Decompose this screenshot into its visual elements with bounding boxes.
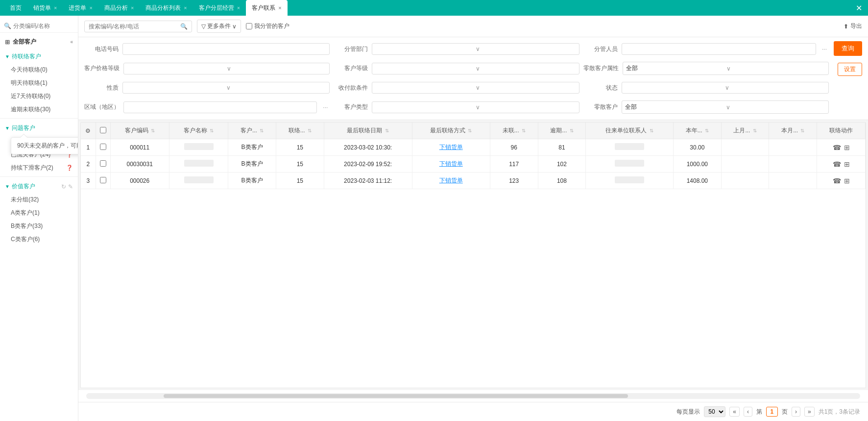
- close-icon[interactable]: ×: [237, 5, 240, 11]
- more-actions-icon[interactable]: ⊞: [844, 160, 850, 168]
- table-settings-header[interactable]: ⚙: [81, 123, 96, 139]
- search-input[interactable]: [89, 23, 180, 30]
- setting-button[interactable]: 设置: [838, 63, 862, 76]
- row-last-month: [721, 139, 769, 156]
- row-last-method[interactable]: 下销货单: [412, 173, 490, 189]
- tab-customer-contact[interactable]: 客户联系 ×: [246, 0, 287, 16]
- last-method-link[interactable]: 下销货单: [439, 144, 463, 150]
- sidebar-item-overdue[interactable]: 逾期未联络(30): [0, 103, 78, 116]
- per-page-select[interactable]: 50: [704, 406, 725, 417]
- my-customers-checkbox[interactable]: [246, 23, 252, 29]
- row-checkbox[interactable]: [96, 156, 110, 173]
- close-icon[interactable]: ×: [89, 5, 92, 11]
- row-select-checkbox[interactable]: [100, 160, 106, 167]
- tab-product-analysis[interactable]: 商品分析 ×: [98, 0, 140, 16]
- dept-select[interactable]: ∨: [372, 43, 579, 55]
- sidebar-section-pending: ▼ 待联络客户 今天待联络(0) 明天待联络(1) 近7天待联络(0) 逾期未联…: [0, 50, 78, 116]
- sidebar-item-declining[interactable]: 持续下滑客户(2) ❓: [0, 161, 78, 174]
- sort-icon[interactable]: ⇅: [650, 128, 653, 133]
- price-grade-select[interactable]: ∨: [123, 63, 330, 74]
- contact-action-icon[interactable]: ☎: [833, 144, 841, 151]
- next-page-button[interactable]: ›: [792, 407, 800, 417]
- sidebar-section-title-pending[interactable]: ▼ 待联络客户: [0, 50, 78, 63]
- region-more-icon[interactable]: ···: [321, 104, 330, 111]
- horizontal-scrollbar[interactable]: [78, 390, 868, 402]
- tab-sales-order[interactable]: 销货单 ×: [27, 0, 63, 16]
- close-icon[interactable]: ×: [184, 5, 187, 11]
- last-page-button[interactable]: »: [804, 407, 815, 417]
- tab-purchase-order[interactable]: 进货单 ×: [63, 0, 98, 16]
- row-checkbox[interactable]: [96, 139, 110, 156]
- table-body: 1 000011 B类客户 15 2023-03-02 10:30: 下销货单 …: [81, 139, 866, 189]
- close-icon[interactable]: ×: [131, 5, 134, 11]
- sidebar-section-title-problem[interactable]: ▼ 问题客户: [0, 122, 78, 135]
- more-actions-icon[interactable]: ⊞: [844, 177, 850, 185]
- sidebar-item-class-a[interactable]: A类客户(1): [0, 206, 78, 220]
- close-icon[interactable]: ×: [54, 5, 57, 11]
- sidebar-item-7days[interactable]: 近7天待联络(0): [0, 90, 78, 103]
- row-type: B类客户: [228, 156, 276, 173]
- row-select-checkbox[interactable]: [100, 144, 106, 150]
- close-window-button[interactable]: ✕: [854, 1, 864, 15]
- query-button[interactable]: 查询: [834, 41, 862, 56]
- last-method-link[interactable]: 下销货单: [439, 160, 463, 167]
- payment-select[interactable]: ∨: [372, 82, 579, 94]
- my-customers-checkbox-label[interactable]: 我分管的客户: [246, 22, 289, 30]
- sort-icon[interactable]: ⇅: [385, 128, 389, 133]
- col-customer-name: 客户名称 ⇅: [169, 123, 228, 139]
- sidebar-item-class-b[interactable]: B类客户(33): [0, 220, 78, 233]
- more-filter-button[interactable]: ▽ 更多条件 ∨: [197, 20, 241, 33]
- sort-icon[interactable]: ⇅: [705, 128, 709, 133]
- row-select-checkbox[interactable]: [100, 177, 106, 183]
- manager-input[interactable]: [622, 43, 816, 55]
- collapse-icon: «: [70, 39, 73, 45]
- sidebar-item-unclassified[interactable]: 未分组(32): [0, 193, 78, 206]
- tab-product-analysis-list[interactable]: 商品分析列表 ×: [140, 0, 193, 16]
- sidebar-item-tomorrow[interactable]: 明天待联络(1): [0, 76, 78, 90]
- zero-attr-select[interactable]: 全部 ∨: [623, 62, 829, 75]
- sidebar-all-customers[interactable]: ⊞ 全部客户 «: [0, 35, 78, 49]
- prev-page-button[interactable]: ‹: [744, 407, 752, 417]
- sidebar-item-class-c[interactable]: C类客户(6): [0, 233, 78, 246]
- more-options-icon[interactable]: ···: [820, 46, 829, 52]
- sidebar-section-title-value[interactable]: ▼ 价值客户 ↻ ✎: [0, 180, 78, 193]
- edit-icon[interactable]: ✎: [68, 183, 73, 190]
- sort-icon[interactable]: ⇅: [522, 128, 526, 133]
- sort-icon[interactable]: ⇅: [468, 128, 472, 133]
- sort-icon[interactable]: ⇅: [570, 128, 574, 133]
- customer-grade-select[interactable]: ∨: [372, 63, 579, 74]
- row-last-method[interactable]: 下销货单: [412, 139, 490, 156]
- tab-customer-segmentation[interactable]: 客户分层经营 ×: [193, 0, 246, 16]
- sidebar-item-today[interactable]: 今天待联络(0): [0, 63, 78, 76]
- arrow-icon: ▼: [5, 184, 10, 189]
- table-area: ⚙ 客户编码 ⇅ 客户名称 ⇅ 客户... ⇅: [80, 122, 866, 388]
- customer-type-select[interactable]: ∨: [372, 101, 579, 113]
- sort-icon[interactable]: ⇅: [308, 128, 312, 133]
- sort-icon[interactable]: ⇅: [753, 128, 757, 133]
- sidebar-search-input[interactable]: [13, 23, 78, 29]
- select-all-checkbox[interactable]: [100, 127, 106, 133]
- search-button-icon[interactable]: 🔍: [180, 23, 188, 30]
- contact-action-icon[interactable]: ☎: [833, 160, 841, 168]
- sort-icon[interactable]: ⇅: [260, 128, 264, 133]
- contact-action-icon[interactable]: ☎: [833, 177, 841, 185]
- last-method-link[interactable]: 下销货单: [439, 177, 463, 184]
- export-button[interactable]: ⬆ 导出: [844, 22, 862, 30]
- first-page-button[interactable]: «: [729, 407, 740, 417]
- row-last-method[interactable]: 下销货单: [412, 156, 490, 173]
- sort-icon[interactable]: ⇅: [800, 128, 804, 133]
- close-icon[interactable]: ×: [278, 5, 281, 11]
- more-actions-icon[interactable]: ⊞: [844, 144, 850, 151]
- sort-icon[interactable]: ⇅: [210, 128, 214, 133]
- phone-input[interactable]: [122, 43, 330, 55]
- zero-customer-select[interactable]: 全部 ∨: [622, 100, 829, 114]
- row-checkbox[interactable]: [96, 173, 110, 189]
- region-input[interactable]: [123, 101, 317, 113]
- status-select[interactable]: ∨: [622, 82, 829, 94]
- refresh-icon[interactable]: ↻: [61, 183, 66, 190]
- table-checkbox-header[interactable]: [96, 123, 110, 139]
- sort-icon[interactable]: ⇅: [151, 128, 155, 133]
- nature-select[interactable]: ∨: [122, 82, 330, 94]
- tab-home[interactable]: 首页: [4, 0, 27, 16]
- pagination: 每页显示 50 « ‹ 第 1 页 › » 共1页，3条记录: [78, 402, 868, 421]
